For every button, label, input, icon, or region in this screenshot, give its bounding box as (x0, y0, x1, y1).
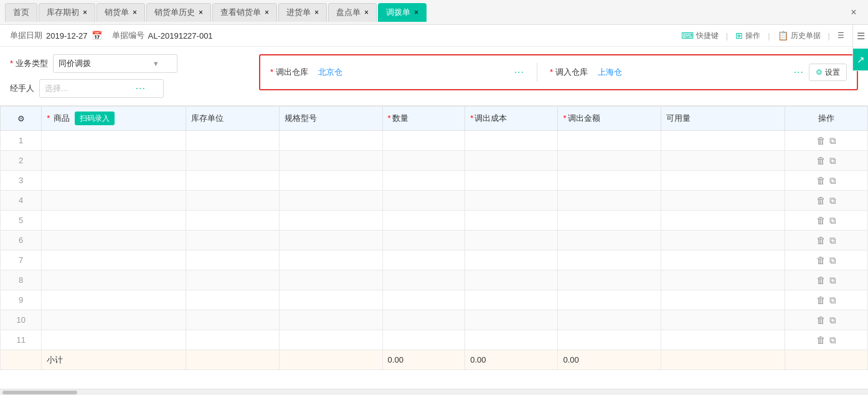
copy-icon-10[interactable]: ⧉ (829, 315, 836, 326)
row-product-6[interactable] (42, 231, 186, 250)
tab-view-sales[interactable]: 查看销货单 × (212, 3, 277, 22)
row-cost-3[interactable] (465, 171, 558, 191)
tab-view-sales-close[interactable]: × (265, 9, 269, 16)
transfer-out-more-icon[interactable]: ··· (514, 67, 524, 78)
row-product-4[interactable] (42, 191, 186, 211)
row-avail-1 (661, 131, 785, 151)
row-cost-5[interactable] (465, 211, 558, 231)
row-product-2[interactable] (42, 151, 186, 171)
delete-icon-2[interactable]: 🗑 (816, 155, 826, 166)
business-type-select[interactable]: 同价调拨 ▼ (53, 54, 177, 73)
copy-icon-1[interactable]: ⧉ (829, 135, 836, 146)
delete-icon-6[interactable]: 🗑 (816, 235, 826, 245)
history-label: 历史单据 (791, 31, 821, 41)
divider-3: | (828, 31, 830, 40)
copy-icon-9[interactable]: ⧉ (829, 295, 836, 306)
row-qty-9[interactable] (382, 290, 465, 310)
tab-inventory-check-close[interactable]: × (364, 9, 369, 16)
row-qty-6[interactable] (382, 231, 465, 250)
row-qty-1[interactable] (382, 131, 465, 151)
row-num-3: 3 (1, 171, 42, 191)
delete-icon-5[interactable]: 🗑 (816, 215, 826, 226)
tab-home-label: 首页 (13, 7, 29, 18)
col-header-settings[interactable]: ⚙ (1, 107, 42, 131)
delete-icon-3[interactable]: 🗑 (816, 175, 826, 186)
tab-purchase-order-close[interactable]: × (314, 9, 319, 16)
side-panel-list-icon[interactable]: ☰ (853, 25, 868, 47)
row-cost-8[interactable] (465, 270, 558, 290)
copy-icon-8[interactable]: ⧉ (829, 275, 836, 286)
transfer-in-more-icon[interactable]: ··· (794, 67, 804, 78)
copy-icon-3[interactable]: ⧉ (829, 175, 836, 186)
row-product-9[interactable] (42, 290, 186, 310)
delete-icon-11[interactable]: 🗑 (816, 335, 826, 345)
tab-sales-order-close[interactable]: × (133, 9, 137, 16)
delete-icon-8[interactable]: 🗑 (816, 275, 826, 285)
row-qty-11[interactable] (382, 330, 465, 350)
row-qty-8[interactable] (382, 270, 465, 290)
calendar-icon[interactable]: 📅 (92, 31, 102, 40)
row-qty-3[interactable] (382, 171, 465, 191)
copy-icon-5[interactable]: ⧉ (829, 215, 836, 226)
copy-icon-2[interactable]: ⧉ (829, 155, 836, 166)
row-product-3[interactable] (42, 171, 186, 191)
tab-home[interactable]: 首页 (5, 3, 37, 22)
delete-icon-10[interactable]: 🗑 (816, 315, 826, 325)
tab-sales-order[interactable]: 销货单 × (97, 3, 145, 22)
copy-icon-4[interactable]: ⧉ (829, 195, 836, 206)
operations-button[interactable]: ⊞ 操作 (735, 31, 760, 41)
settings-button[interactable]: ⚙ 设置 (809, 64, 847, 81)
row-cost-2[interactable] (465, 151, 558, 171)
row-cost-7[interactable] (465, 250, 558, 270)
scrollbar-track[interactable] (0, 389, 868, 395)
row-product-1[interactable] (42, 131, 186, 151)
delete-icon-1[interactable]: 🗑 (816, 135, 826, 146)
row-product-10[interactable] (42, 310, 186, 330)
row-cost-4[interactable] (465, 191, 558, 211)
copy-icon-11[interactable]: ⧉ (829, 335, 836, 346)
row-qty-7[interactable] (382, 250, 465, 270)
row-unit-11 (186, 330, 279, 350)
tab-inventory-init-close[interactable]: × (83, 9, 87, 16)
more-icon[interactable]: ··· (136, 83, 146, 94)
row-product-8[interactable] (42, 270, 186, 290)
scan-button[interactable]: 扫码录入 (75, 112, 115, 125)
table-row: 1🗑⧉ (1, 131, 868, 151)
delete-icon-4[interactable]: 🗑 (816, 195, 826, 206)
row-cost-11[interactable] (465, 330, 558, 350)
layout-button-1[interactable]: ☰ (837, 31, 844, 40)
tab-inventory-check[interactable]: 盘点单 × (328, 3, 377, 22)
window-close-button[interactable]: × (844, 3, 863, 22)
row-qty-5[interactable] (382, 211, 465, 231)
row-cost-1[interactable] (465, 131, 558, 151)
row-product-7[interactable] (42, 250, 186, 270)
delete-icon-9[interactable]: 🗑 (816, 295, 826, 305)
row-qty-10[interactable] (382, 310, 465, 330)
business-type-label: * 业务类型 (10, 58, 48, 69)
delete-icon-7[interactable]: 🗑 (816, 255, 826, 265)
tab-sales-history[interactable]: 销货单历史 × (146, 3, 211, 22)
tab-sales-history-close[interactable]: × (199, 9, 203, 16)
history-button[interactable]: 📋 历史单据 (778, 31, 821, 41)
col-header-available: 可用量 (661, 107, 785, 131)
row-qty-2[interactable] (382, 151, 465, 171)
row-qty-4[interactable] (382, 191, 465, 211)
table-row: 9🗑⧉ (1, 290, 868, 310)
keyboard-icon: ⌨ (681, 31, 694, 40)
row-cost-9[interactable] (465, 290, 558, 310)
shortcuts-button[interactable]: ⌨ 快捷键 (681, 31, 719, 41)
side-panel-export-icon[interactable]: ↗ (853, 49, 868, 71)
handler-select[interactable]: 选择... ··· (39, 79, 164, 98)
tab-purchase-order[interactable]: 进货单 × (278, 3, 327, 22)
tab-inventory-init[interactable]: 库存期初 × (39, 3, 95, 22)
row-cost-6[interactable] (465, 231, 558, 250)
row-product-11[interactable] (42, 330, 186, 350)
copy-icon-6[interactable]: ⧉ (829, 235, 836, 246)
tab-transfer-order-close[interactable]: × (414, 9, 418, 16)
row-cost-10[interactable] (465, 310, 558, 330)
scrollbar-thumb[interactable] (2, 391, 77, 394)
tab-transfer-order[interactable]: 调拨单 × (378, 3, 427, 22)
copy-icon-7[interactable]: ⧉ (829, 255, 836, 266)
row-product-5[interactable] (42, 211, 186, 231)
row-amount-4 (558, 191, 661, 211)
